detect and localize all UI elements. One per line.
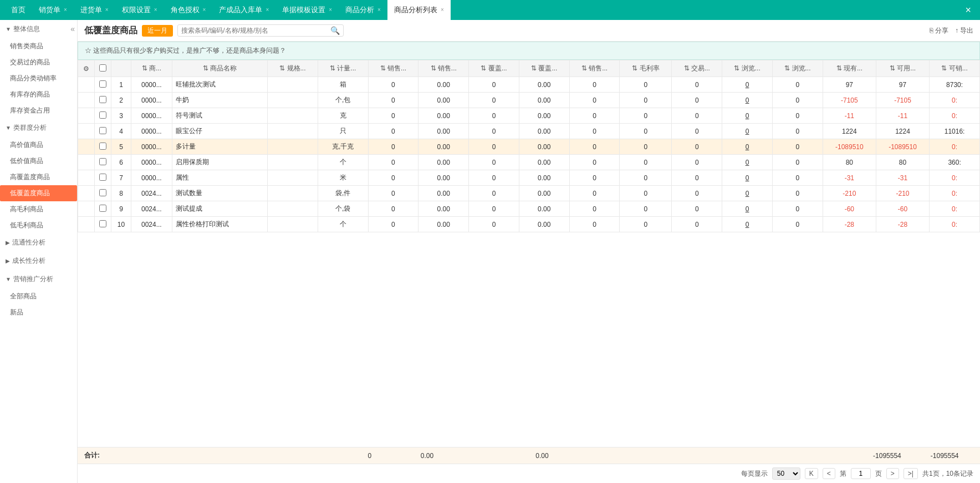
filter-period-button[interactable]: 近一月 — [142, 25, 173, 37]
page-size-select[interactable]: 50 10 20 100 — [772, 467, 800, 480]
row-check-1[interactable] — [99, 96, 106, 103]
nav-tab-goods-analysis[interactable]: 商品分析 × — [339, 0, 387, 20]
nav-tab-sales-close[interactable]: × — [64, 0, 67, 20]
col-cover-b[interactable]: ⇅ 覆盖... — [519, 60, 569, 77]
col-browse-a[interactable]: ⇅ 浏览... — [722, 60, 773, 77]
cell-check[interactable] — [95, 124, 111, 139]
nav-tab-permissions[interactable]: 权限设置 × — [115, 0, 164, 20]
row-check-8[interactable] — [99, 205, 106, 212]
col-current[interactable]: ⇅ 现有... — [823, 60, 876, 77]
nav-tab-purchase-close[interactable]: × — [105, 0, 109, 20]
row-check-5[interactable] — [99, 158, 106, 165]
sidebar-item-low-gross[interactable]: 低毛利商品 — [0, 217, 77, 233]
nav-tab-sales[interactable]: 销货单 × — [32, 0, 74, 20]
nav-tab-template[interactable]: 单据模板设置 × — [275, 0, 339, 20]
row-check-7[interactable] — [99, 189, 106, 196]
row-check-3[interactable] — [99, 127, 106, 134]
sidebar-item-in-stock[interactable]: 有库存的商品 — [0, 87, 77, 103]
col-unit[interactable]: ⇅ 计量... — [318, 60, 368, 77]
cell-check[interactable] — [95, 186, 111, 201]
cell-check[interactable] — [95, 139, 111, 155]
row-check-6[interactable] — [99, 174, 106, 181]
sidebar-item-high-gross[interactable]: 高毛利商品 — [0, 201, 77, 217]
sidebar-section-growth[interactable]: ▶ 成长性分析 — [0, 252, 77, 270]
cell-browse-a[interactable]: 0 — [722, 217, 773, 232]
col-gross-rate[interactable]: ⇅ 毛利率 — [620, 60, 672, 77]
search-input[interactable] — [181, 27, 330, 34]
cell-browse-a[interactable]: 0 — [722, 139, 773, 155]
nav-tab-purchase[interactable]: 进货单 × — [74, 0, 115, 20]
col-settings[interactable]: ⚙ — [78, 60, 95, 77]
sidebar-section-liquidity[interactable]: ▶ 流通性分析 — [0, 233, 77, 252]
col-cover-a[interactable]: ⇅ 覆盖... — [469, 60, 519, 77]
last-page-button[interactable]: >| — [904, 468, 918, 479]
row-check-4[interactable] — [99, 143, 106, 150]
col-code[interactable]: ⇅ 商... — [131, 60, 172, 77]
nav-tab-permissions-close[interactable]: × — [154, 0, 157, 20]
cell-check[interactable] — [95, 170, 111, 186]
sidebar-item-low-coverage[interactable]: 低覆盖度商品 — [0, 185, 77, 201]
cell-check[interactable] — [95, 155, 111, 170]
share-button[interactable]: ⎘ 分享 — [930, 26, 948, 35]
sidebar-item-category-rate[interactable]: 商品分类动销率 — [0, 70, 77, 87]
nav-tab-goods-list-close[interactable]: × — [441, 0, 444, 20]
sidebar-collapse-button[interactable]: « — [70, 24, 75, 33]
col-sales-qty[interactable]: ⇅ 销售... — [368, 60, 418, 77]
col-available[interactable]: ⇅ 可用... — [876, 60, 929, 77]
page-number-input[interactable] — [851, 468, 871, 479]
next-page-button[interactable]: > — [886, 468, 899, 479]
cell-browse-a[interactable]: 0 — [722, 186, 773, 201]
nav-tab-home[interactable]: 首页 — [4, 0, 32, 20]
close-all-tabs-button[interactable]: × — [961, 0, 976, 20]
nav-tab-stock-in-close[interactable]: × — [266, 0, 269, 20]
col-check[interactable] — [95, 60, 111, 77]
row-check-2[interactable] — [99, 111, 106, 119]
cell-browse-a[interactable]: 0 — [722, 155, 773, 170]
cell-check[interactable] — [95, 201, 111, 217]
sidebar-section-overall[interactable]: ▼ 整体信息 — [0, 20, 77, 38]
cell-browse-a[interactable]: 0 — [722, 170, 773, 186]
col-browse-b[interactable]: ⇅ 浏览... — [772, 60, 823, 77]
sidebar-item-new-goods[interactable]: 新品 — [0, 304, 77, 321]
nav-tab-template-close[interactable]: × — [329, 0, 332, 20]
sidebar-item-all-goods[interactable]: 全部商品 — [0, 288, 77, 304]
cell-check[interactable] — [95, 217, 111, 232]
cell-gross-rate: 0 — [620, 217, 672, 232]
cell-check[interactable] — [95, 77, 111, 93]
nav-tab-roles-close[interactable]: × — [203, 0, 206, 20]
cell-browse-b: 0 — [772, 217, 823, 232]
row-check-0[interactable] — [99, 80, 106, 88]
nav-tab-goods-list[interactable]: 商品分析列表 × — [387, 0, 451, 20]
cell-browse-a[interactable]: 0 — [722, 108, 773, 124]
cell-check[interactable] — [95, 93, 111, 108]
sidebar-item-high-coverage[interactable]: 高覆盖度商品 — [0, 169, 77, 185]
sidebar-section-cluster[interactable]: ▼ 类群度分析 — [0, 119, 77, 137]
row-check-9[interactable] — [99, 220, 106, 227]
footer-sales-qty-total: 0 — [341, 452, 399, 460]
sidebar-item-high-value[interactable]: 高价值商品 — [0, 137, 77, 153]
cell-browse-a[interactable]: 0 — [722, 124, 773, 139]
cell-browse-a[interactable]: 0 — [722, 77, 773, 93]
sidebar-item-traded-goods[interactable]: 交易过的商品 — [0, 54, 77, 70]
nav-tab-goods-analysis-close[interactable]: × — [377, 0, 381, 20]
table-container[interactable]: ⚙ ⇅ 商... ⇅ 商品名称 ⇅ 规格... ⇅ 计量... ⇅ 销售... … — [78, 60, 980, 447]
col-sales-c[interactable]: ⇅ 销售... — [569, 60, 620, 77]
cell-browse-a[interactable]: 0 — [722, 93, 773, 108]
col-sellable[interactable]: ⇅ 可销... — [930, 60, 980, 77]
export-button[interactable]: ↑ 导出 — [955, 26, 973, 35]
sidebar-item-capital-usage[interactable]: 库存资金占用 — [0, 103, 77, 119]
cell-browse-a[interactable]: 0 — [722, 201, 773, 217]
sidebar-item-sales-goods[interactable]: 销售类商品 — [0, 38, 77, 54]
cell-check[interactable] — [95, 108, 111, 124]
nav-tab-stock-in[interactable]: 产成品入库单 × — [212, 0, 275, 20]
col-sales-amt[interactable]: ⇅ 销售... — [418, 60, 469, 77]
col-trade[interactable]: ⇅ 交易... — [672, 60, 722, 77]
sidebar-section-marketing[interactable]: ▼ 营销推广分析 — [0, 270, 77, 288]
sidebar-item-low-value[interactable]: 低价值商品 — [0, 153, 77, 169]
nav-tab-roles[interactable]: 角色授权 × — [164, 0, 213, 20]
check-all[interactable] — [99, 64, 106, 72]
prev-page-button[interactable]: < — [823, 468, 835, 479]
first-page-button[interactable]: K — [805, 468, 818, 479]
col-name[interactable]: ⇅ 商品名称 — [172, 60, 267, 77]
col-spec[interactable]: ⇅ 规格... — [267, 60, 318, 77]
